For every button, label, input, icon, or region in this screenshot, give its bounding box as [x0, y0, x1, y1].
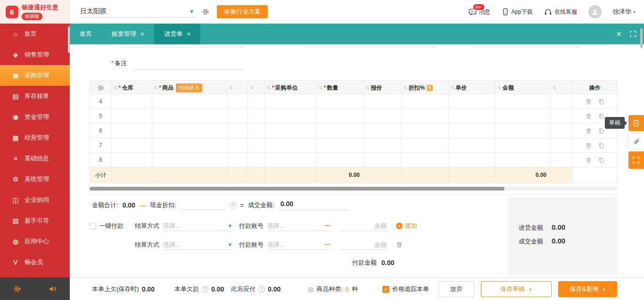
sidebar-item-home[interactable]: ⌂首页 — [0, 24, 70, 44]
tab-purchase-order[interactable]: 进货单× — [154, 24, 200, 44]
fullscreen-icon[interactable] — [630, 31, 636, 37]
pay-amount-input[interactable]: 金额 — [339, 240, 387, 250]
sidebar-scrollbar[interactable] — [68, 26, 70, 53]
cell[interactable] — [248, 94, 265, 108]
sort-icon[interactable]: ⇅ — [229, 85, 233, 90]
close-icon[interactable]: × — [140, 30, 144, 38]
sort-icon[interactable]: ⇅ — [451, 85, 454, 90]
cell[interactable] — [227, 94, 248, 108]
cell-product[interactable] — [152, 153, 228, 167]
cell-quote[interactable] — [364, 138, 402, 152]
company-select[interactable]: 日太阳膜 ▾ — [80, 5, 193, 18]
attachment-button[interactable] — [628, 133, 644, 150]
horizontal-scrollbar[interactable] — [90, 187, 618, 191]
save-and-new-button[interactable]: 保存&新增 ∧ — [558, 281, 617, 297]
delete-row-icon[interactable] — [586, 128, 592, 134]
copy-row-icon[interactable] — [598, 99, 604, 105]
cell-unit-price[interactable] — [449, 138, 496, 152]
cell-quantity[interactable] — [317, 124, 364, 138]
price-track-checkbox[interactable]: ✓ — [382, 286, 389, 293]
header-product[interactable]: ⇅*商品扫码录入 — [152, 81, 228, 95]
copy-row-icon[interactable] — [598, 113, 604, 119]
one-click-pay-checkbox[interactable] — [90, 223, 96, 229]
cell[interactable] — [227, 138, 248, 152]
scan-entry-button[interactable]: 扫码录入 — [176, 83, 202, 92]
cell-discount[interactable] — [402, 124, 449, 138]
sort-icon[interactable]: ⇅ — [154, 85, 158, 90]
cell-unit-price[interactable] — [449, 109, 496, 123]
cell-purchase-unit[interactable] — [265, 94, 317, 108]
sidebar-item-guide[interactable]: ▧新手引导 — [0, 210, 70, 231]
copy-row-icon[interactable] — [598, 142, 604, 149]
help-icon[interactable]: ? — [202, 286, 208, 292]
cell-product[interactable] — [152, 109, 228, 123]
cell-purchase-unit[interactable] — [265, 109, 317, 123]
more-icon[interactable]: ⋯ — [324, 222, 331, 229]
cell-product[interactable] — [152, 94, 228, 108]
cell-discount[interactable] — [402, 94, 449, 108]
sort-icon[interactable]: ⇅ — [250, 85, 254, 90]
header-warehouse[interactable]: ⇅*仓库 — [112, 81, 152, 95]
cell[interactable] — [551, 109, 572, 123]
expand-button[interactable] — [628, 151, 644, 169]
cell-quote[interactable] — [364, 153, 402, 167]
cell-discount[interactable] — [402, 153, 449, 167]
cell-amount[interactable] — [495, 138, 551, 152]
cell-product[interactable] — [152, 124, 228, 138]
cell[interactable] — [227, 124, 248, 138]
cell-amount[interactable] — [495, 94, 551, 108]
cell-purchase-unit[interactable] — [265, 153, 317, 167]
sort-icon[interactable]: ⇅ — [319, 85, 322, 90]
abandon-button[interactable]: 放弃 — [438, 281, 474, 297]
header-purchase-unit[interactable]: ⇅*采购单位 — [265, 81, 317, 95]
tab-account-mgmt[interactable]: 账套管理× — [102, 24, 154, 44]
more-icon[interactable]: ⋯ — [324, 241, 331, 248]
experience-plan-button[interactable]: 体验行业方案 — [217, 5, 268, 18]
vertical-scrollbar[interactable] — [640, 28, 643, 48]
header-amount[interactable]: ⇅金额 — [495, 81, 551, 95]
header-unit-price[interactable]: ⇅单价 — [449, 81, 496, 95]
sidebar-item-funds[interactable]: ◉资金管理 — [0, 107, 70, 127]
delete-row-icon[interactable] — [586, 142, 592, 149]
cell-warehouse[interactable] — [112, 109, 152, 123]
app-download-button[interactable]: App下载 — [502, 8, 533, 16]
sort-icon[interactable]: ⇅ — [114, 85, 117, 90]
cell-amount[interactable] — [495, 109, 551, 123]
draft-button[interactable] — [628, 115, 644, 131]
speaker-icon[interactable] — [49, 285, 57, 293]
sidebar-item-operations[interactable]: ▦经营管理 — [0, 127, 70, 148]
help-icon[interactable]: ? — [230, 202, 236, 208]
tab-home[interactable]: 首页 — [70, 24, 102, 44]
cell-purchase-unit[interactable] — [265, 138, 317, 152]
cell-quantity[interactable] — [317, 138, 364, 152]
sort-icon[interactable]: ⇅ — [366, 85, 370, 90]
cell-discount[interactable] — [402, 109, 449, 123]
cell[interactable] — [227, 153, 248, 167]
pay-account-select[interactable]: 选择... ⋯ — [267, 240, 331, 250]
sidebar-item-inventory[interactable]: ▤库存核算 — [0, 86, 70, 107]
cell[interactable] — [551, 138, 572, 152]
header-quantity[interactable]: ⇅*数量 — [317, 81, 364, 95]
header-extra-1[interactable]: ⇅ — [227, 81, 248, 95]
header-discount[interactable]: ⇅折扣%✎ — [402, 81, 449, 95]
cell-unit-price[interactable] — [449, 124, 496, 138]
close-icon[interactable]: × — [187, 30, 190, 38]
cell[interactable] — [551, 153, 572, 167]
user-menu[interactable]: 徐泽华 ▾ — [613, 8, 636, 16]
cell-quantity[interactable] — [317, 153, 364, 167]
sidebar-item-collaboration[interactable]: ◫企业协同 — [0, 190, 70, 210]
header-extra-2[interactable]: ⇅ — [248, 81, 265, 95]
delete-payment-icon[interactable] — [396, 242, 403, 248]
settle-method-select[interactable]: 选择... ▾ — [163, 221, 231, 231]
cell-warehouse[interactable] — [112, 94, 152, 108]
settle-method-select[interactable]: 选择... ▾ — [163, 240, 231, 250]
cell[interactable] — [551, 94, 572, 108]
sidebar-item-app-center[interactable]: ◍应用中心 — [0, 231, 70, 252]
scrollbar-thumb[interactable] — [90, 187, 504, 191]
sidebar-item-system[interactable]: ⚙系统管理 — [0, 169, 70, 190]
sidebar-item-sales[interactable]: ◈销售管理 — [0, 44, 70, 65]
sort-icon[interactable]: ⇅ — [553, 85, 556, 90]
cell-amount[interactable] — [495, 153, 551, 167]
delete-row-icon[interactable] — [586, 157, 592, 163]
header-quote[interactable]: ⇅报价 — [364, 81, 402, 95]
